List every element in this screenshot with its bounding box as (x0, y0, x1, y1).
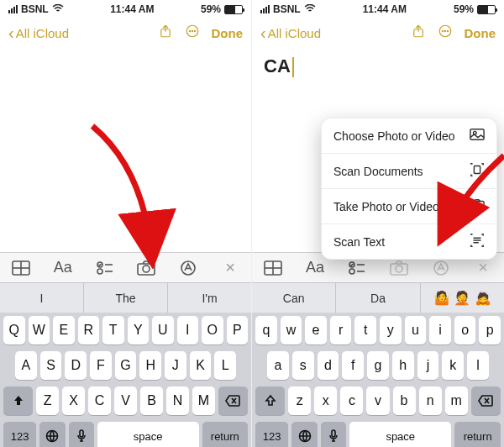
key-g[interactable]: G (115, 351, 137, 380)
key-m[interactable]: M (192, 387, 215, 415)
key-f[interactable]: F (90, 351, 112, 380)
note-body[interactable] (0, 47, 251, 252)
choose-photo-item[interactable]: Choose Photo or Video (322, 118, 496, 154)
suggestion-1[interactable]: Can (252, 283, 336, 313)
key-i[interactable]: I (177, 316, 199, 344)
key-g[interactable]: g (367, 351, 389, 380)
table-icon[interactable] (9, 256, 33, 280)
key-s[interactable]: S (40, 351, 62, 380)
globe-key[interactable] (39, 422, 65, 447)
close-keyboard-icon[interactable]: × (218, 256, 242, 280)
key-s[interactable]: s (292, 351, 314, 380)
key-p[interactable]: P (227, 316, 249, 344)
globe-key[interactable] (291, 422, 317, 447)
return-key[interactable]: return (454, 422, 501, 447)
battery-pct: 59% (454, 3, 474, 15)
key-z[interactable]: z (288, 387, 311, 415)
num-key[interactable]: 123 (255, 422, 288, 447)
key-b[interactable]: b (393, 387, 416, 415)
screen-right: BSNL 11:44 AM 59% ‹ All iCloud (252, 0, 504, 447)
key-a[interactable]: A (15, 351, 37, 380)
key-u[interactable]: U (152, 316, 174, 344)
key-i[interactable]: i (429, 316, 451, 344)
nav-bar: ‹ All iCloud Done (0, 18, 251, 47)
key-r[interactable]: r (330, 316, 352, 344)
signal-icon (260, 5, 270, 13)
svg-rect-25 (474, 166, 480, 174)
back-button[interactable]: ‹ All iCloud (8, 24, 69, 41)
space-key[interactable]: space (349, 422, 451, 447)
shift-key[interactable] (255, 387, 285, 415)
key-h[interactable]: h (392, 351, 414, 380)
key-n[interactable]: n (419, 387, 442, 415)
key-l[interactable]: L (214, 351, 236, 380)
key-j[interactable]: j (417, 351, 439, 380)
space-key[interactable]: space (97, 422, 199, 447)
mic-key[interactable] (321, 422, 346, 447)
key-o[interactable]: o (454, 316, 476, 344)
key-x[interactable]: x (314, 387, 337, 415)
back-button[interactable]: ‹ All iCloud (260, 24, 321, 41)
key-y[interactable]: y (380, 316, 402, 344)
share-icon[interactable] (411, 24, 426, 42)
suggestion-3[interactable]: I'm (168, 283, 251, 313)
suggestion-2[interactable]: Da (336, 283, 420, 313)
table-icon[interactable] (261, 256, 285, 280)
suggestion-2[interactable]: The (84, 283, 168, 313)
checklist-icon[interactable] (93, 256, 117, 280)
key-v[interactable]: v (366, 387, 389, 415)
key-d[interactable]: d (318, 351, 339, 380)
num-key[interactable]: 123 (3, 422, 36, 447)
suggestion-1[interactable]: I (0, 283, 84, 313)
scan-documents-item[interactable]: Scan Documents (322, 154, 496, 189)
svg-point-4 (194, 30, 195, 31)
scan-text-item[interactable]: Scan Text (322, 224, 496, 259)
text-format-button[interactable]: Aa (303, 256, 327, 280)
suggestion-emoji[interactable]: 🤷 🤦 🙇 (421, 283, 504, 313)
delete-key[interactable] (218, 387, 248, 415)
key-n[interactable]: N (166, 387, 189, 415)
key-x[interactable]: X (62, 387, 85, 415)
more-icon[interactable] (185, 24, 200, 42)
done-button[interactable]: Done (465, 26, 496, 40)
key-t[interactable]: T (102, 316, 124, 344)
share-icon[interactable] (158, 24, 173, 42)
key-k[interactable]: k (442, 351, 464, 380)
key-k[interactable]: K (190, 351, 212, 380)
key-h[interactable]: H (139, 351, 161, 380)
done-button[interactable]: Done (212, 26, 244, 40)
more-icon[interactable] (438, 24, 453, 42)
key-y[interactable]: Y (128, 316, 150, 344)
key-d[interactable]: D (65, 351, 87, 380)
key-u[interactable]: u (405, 316, 427, 344)
key-q[interactable]: q (255, 316, 277, 344)
mic-key[interactable] (69, 422, 94, 447)
key-t[interactable]: t (354, 316, 376, 344)
shift-key[interactable] (3, 387, 33, 415)
return-key[interactable]: return (202, 422, 248, 447)
markup-icon[interactable] (176, 256, 200, 280)
key-b[interactable]: B (140, 387, 163, 415)
camera-icon[interactable] (134, 256, 158, 280)
key-r[interactable]: R (78, 316, 100, 344)
key-z[interactable]: Z (36, 387, 59, 415)
key-l[interactable]: l (467, 351, 489, 380)
key-a[interactable]: a (267, 351, 289, 380)
key-p[interactable]: p (479, 316, 501, 344)
key-o[interactable]: O (202, 316, 223, 344)
key-m[interactable]: m (445, 387, 468, 415)
key-w[interactable]: W (29, 316, 50, 344)
key-w[interactable]: w (281, 316, 302, 344)
text-format-button[interactable]: Aa (51, 256, 75, 280)
delete-key[interactable] (471, 387, 501, 415)
take-photo-item[interactable]: Take Photo or Video (322, 189, 496, 224)
key-e[interactable]: E (53, 316, 75, 344)
key-e[interactable]: e (305, 316, 327, 344)
key-c[interactable]: c (340, 387, 363, 415)
key-f[interactable]: f (342, 351, 364, 380)
key-v[interactable]: V (114, 387, 137, 415)
key-j[interactable]: J (165, 351, 186, 380)
key-c[interactable]: C (88, 387, 111, 415)
status-bar: BSNL 11:44 AM 59% (0, 0, 251, 18)
key-q[interactable]: Q (3, 316, 25, 344)
